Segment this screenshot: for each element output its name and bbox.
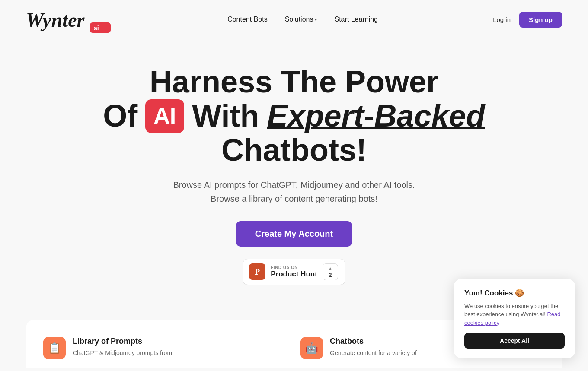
hero-section: Harness The Power Of AI With Expert-Back… [0,39,588,302]
feature-prompts-content: Library of Prompts ChatGPT & Midjourney … [73,337,172,358]
logo[interactable]: Wynter .ai [26,4,112,35]
ph-upvote-icon: ▲ [328,266,333,272]
nav-start-learning[interactable]: Start Learning [334,16,378,23]
ph-vote-count: 2 [329,272,332,278]
svg-text:.ai: .ai [92,25,99,32]
hero-title-chatbots: Chatbots! [99,133,489,167]
accept-cookies-button[interactable]: Accept All [464,333,565,349]
nav-content-bots[interactable]: Content Bots [227,16,268,23]
navigation: Wynter .ai Content Bots Solutions ▾ Star… [0,0,588,39]
hero-title-line2: Of AI With Expert-Backed [99,99,489,133]
feature-prompts-icon: 📋 [43,337,66,359]
nav-solutions[interactable]: Solutions ▾ [285,16,317,23]
ph-product-hunt-name: Product Hunt [271,270,317,279]
ph-text-area: FIND US ON Product Hunt [271,265,317,279]
cookie-title: Yum! Cookies 🍪 [464,289,565,298]
hero-title: Harness The Power Of AI With Expert-Back… [99,65,489,168]
nav-links: Content Bots Solutions ▾ Start Learning [227,16,378,23]
feature-prompts-desc: ChatGPT & Midjourney prompts from [73,349,172,358]
feature-chatbots-icon: 🤖 [300,337,323,359]
feature-chatbots-title: Chatbots [330,337,417,346]
feature-prompts-title: Library of Prompts [73,337,172,346]
ph-vote-box[interactable]: ▲ 2 [323,263,338,280]
hero-title-line1: Harness The Power [99,65,489,99]
hero-subtitle: Browse AI prompts for ChatGPT, Midjourne… [160,178,428,206]
nav-actions: Log in Sign up [493,12,562,28]
cookie-body: We use cookies to ensure you get the bes… [464,302,565,327]
login-button[interactable]: Log in [493,16,511,23]
product-hunt-icon: P [249,263,265,280]
product-hunt-badge[interactable]: P FIND US ON Product Hunt ▲ 2 [243,259,345,285]
svg-text:Wynter: Wynter [26,9,85,31]
ph-find-us-label: FIND US ON [271,265,317,270]
feature-chatbots-content: Chatbots Generate content for a variety … [330,337,417,358]
feature-prompts: 📋 Library of Prompts ChatGPT & Midjourne… [43,337,288,359]
cookie-banner: Yum! Cookies 🍪 We use cookies to ensure … [454,279,575,358]
feature-chatbots-desc: Generate content for a variety of [330,349,417,358]
solutions-chevron-icon: ▾ [315,17,317,22]
signup-button[interactable]: Sign up [519,12,562,28]
expert-backed-text: Expert-Backed [267,99,485,133]
create-account-button[interactable]: Create My Account [236,221,352,247]
ai-badge: AI [145,99,184,133]
